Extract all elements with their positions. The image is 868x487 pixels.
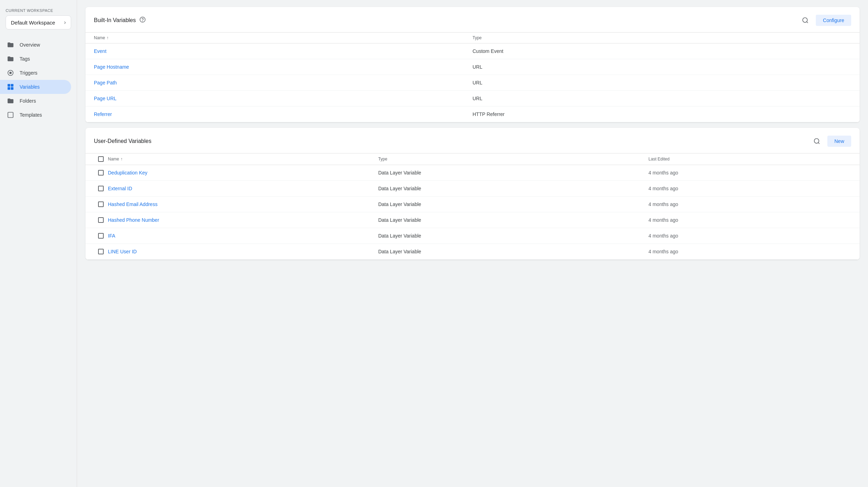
row-external-id-last-edited: 4 months ago xyxy=(648,186,851,191)
builtin-search-button[interactable] xyxy=(799,14,812,27)
row-hashed-email-last-edited: 4 months ago xyxy=(648,201,851,207)
row-external-id-name[interactable]: External ID xyxy=(108,186,378,191)
tags-icon xyxy=(7,55,14,62)
row-hashed-phone-checkbox[interactable] xyxy=(98,217,104,223)
user-defined-variables-actions: New xyxy=(811,135,851,148)
workspace-name: Default Workspace xyxy=(11,20,55,26)
sidebar-item-tags-label: Tags xyxy=(20,56,30,62)
builtin-variables-actions: Configure xyxy=(799,14,851,27)
user-defined-type-col-header: Type xyxy=(378,157,649,162)
builtin-name-col-header: Name ↑ xyxy=(94,35,473,40)
help-icon[interactable] xyxy=(139,16,146,24)
new-variable-button[interactable]: New xyxy=(827,136,851,147)
builtin-row-page-hostname[interactable]: Page Hostname URL xyxy=(85,59,860,75)
folders-icon xyxy=(7,97,14,104)
builtin-page-hostname-name[interactable]: Page Hostname xyxy=(94,64,473,70)
row-dedup-key-last-edited: 4 months ago xyxy=(648,170,851,176)
builtin-table-header: Name ↑ Type xyxy=(85,32,860,43)
sidebar-item-variables-label: Variables xyxy=(20,84,40,90)
sidebar-item-templates-label: Templates xyxy=(20,112,42,118)
svg-point-1 xyxy=(9,72,12,74)
user-defined-row-ifa: IFA Data Layer Variable 4 months ago xyxy=(85,228,860,244)
sidebar-item-triggers-label: Triggers xyxy=(20,70,37,76)
row-hashed-email-checkbox-col xyxy=(94,201,108,207)
builtin-row-referrer[interactable]: Referrer HTTP Referrer xyxy=(85,107,860,122)
builtin-type-col-header: Type xyxy=(473,35,851,40)
triggers-icon xyxy=(7,69,14,76)
user-defined-variables-card: User-Defined Variables New Name xyxy=(85,128,860,260)
builtin-event-name[interactable]: Event xyxy=(94,48,473,54)
configure-button[interactable]: Configure xyxy=(816,15,851,26)
templates-icon xyxy=(7,111,14,118)
sidebar: CURRENT WORKSPACE Default Workspace › Ov… xyxy=(0,0,77,487)
row-hashed-email-type: Data Layer Variable xyxy=(378,201,649,207)
builtin-variables-card: Built-In Variables Configure xyxy=(85,7,860,122)
workspace-arrow-icon: › xyxy=(64,19,66,26)
user-defined-name-col-label: Name xyxy=(108,157,119,162)
svg-rect-4 xyxy=(8,87,11,90)
row-external-id-type: Data Layer Variable xyxy=(378,186,649,191)
overview-icon xyxy=(7,41,14,48)
row-external-id-checkbox[interactable] xyxy=(98,186,104,191)
sidebar-item-tags[interactable]: Tags xyxy=(0,52,71,66)
user-defined-row-hashed-phone: Hashed Phone Number Data Layer Variable … xyxy=(85,212,860,228)
sidebar-item-overview[interactable]: Overview xyxy=(0,38,71,52)
builtin-variables-title: Built-In Variables xyxy=(94,16,146,24)
sidebar-item-templates[interactable]: Templates xyxy=(0,108,71,122)
user-defined-sort-arrow: ↑ xyxy=(120,157,123,162)
sidebar-item-overview-label: Overview xyxy=(20,42,40,48)
row-ifa-checkbox[interactable] xyxy=(98,233,104,239)
row-hashed-phone-name[interactable]: Hashed Phone Number xyxy=(108,217,378,223)
row-line-user-id-name[interactable]: LINE User ID xyxy=(108,249,378,254)
builtin-referrer-type: HTTP Referrer xyxy=(473,111,851,117)
row-dedup-key-name[interactable]: Deduplication Key xyxy=(108,170,378,176)
workspace-selector[interactable]: Default Workspace › xyxy=(6,15,71,29)
row-external-id-checkbox-col xyxy=(94,186,108,191)
builtin-page-path-type: URL xyxy=(473,80,851,85)
row-line-user-id-checkbox-col xyxy=(94,249,108,254)
svg-point-11 xyxy=(814,139,819,143)
builtin-variables-header: Built-In Variables Configure xyxy=(85,7,860,32)
builtin-row-event[interactable]: Event Custom Event xyxy=(85,43,860,59)
select-all-checkbox-col xyxy=(94,156,108,162)
sidebar-item-variables[interactable]: Variables xyxy=(0,80,71,94)
workspace-section: CURRENT WORKSPACE Default Workspace › xyxy=(0,6,77,35)
user-defined-variables-title-text: User-Defined Variables xyxy=(94,138,151,144)
row-hashed-email-name[interactable]: Hashed Email Address xyxy=(108,201,378,207)
current-workspace-label: CURRENT WORKSPACE xyxy=(6,8,71,13)
builtin-row-page-path[interactable]: Page Path URL xyxy=(85,75,860,91)
sidebar-item-folders[interactable]: Folders xyxy=(0,94,71,108)
row-ifa-checkbox-col xyxy=(94,233,108,239)
builtin-sort-arrow: ↑ xyxy=(106,35,109,40)
row-hashed-phone-last-edited: 4 months ago xyxy=(648,217,851,223)
builtin-page-url-type: URL xyxy=(473,96,851,101)
user-defined-variables-header: User-Defined Variables New xyxy=(85,128,860,153)
row-ifa-name[interactable]: IFA xyxy=(108,233,378,239)
user-defined-row-hashed-email: Hashed Email Address Data Layer Variable… xyxy=(85,197,860,212)
row-hashed-phone-checkbox-col xyxy=(94,217,108,223)
user-defined-row-external-id: External ID Data Layer Variable 4 months… xyxy=(85,181,860,197)
builtin-page-path-name[interactable]: Page Path xyxy=(94,80,473,85)
row-line-user-id-checkbox[interactable] xyxy=(98,249,104,254)
builtin-referrer-name[interactable]: Referrer xyxy=(94,111,473,117)
builtin-variables-table: Name ↑ Type Event Custom Event Page Host… xyxy=(85,32,860,122)
variables-icon xyxy=(7,83,14,90)
user-defined-search-button[interactable] xyxy=(811,135,823,148)
row-ifa-type: Data Layer Variable xyxy=(378,233,649,239)
user-defined-variables-table: Name ↑ Type Last Edited Deduplication Ke… xyxy=(85,153,860,260)
row-ifa-last-edited: 4 months ago xyxy=(648,233,851,239)
row-dedup-key-checkbox[interactable] xyxy=(98,170,104,176)
select-all-checkbox[interactable] xyxy=(98,156,104,162)
builtin-variables-title-text: Built-In Variables xyxy=(94,17,136,23)
sidebar-item-triggers[interactable]: Triggers xyxy=(0,66,71,80)
svg-rect-5 xyxy=(11,87,14,90)
main-content: Built-In Variables Configure xyxy=(77,0,868,487)
builtin-row-page-url[interactable]: Page URL URL xyxy=(85,91,860,107)
builtin-page-url-name[interactable]: Page URL xyxy=(94,96,473,101)
sidebar-item-folders-label: Folders xyxy=(20,98,36,104)
user-defined-variables-title: User-Defined Variables xyxy=(94,138,151,144)
builtin-page-hostname-type: URL xyxy=(473,64,851,70)
user-defined-table-header: Name ↑ Type Last Edited xyxy=(85,153,860,165)
row-hashed-email-checkbox[interactable] xyxy=(98,201,104,207)
svg-rect-2 xyxy=(8,84,11,87)
